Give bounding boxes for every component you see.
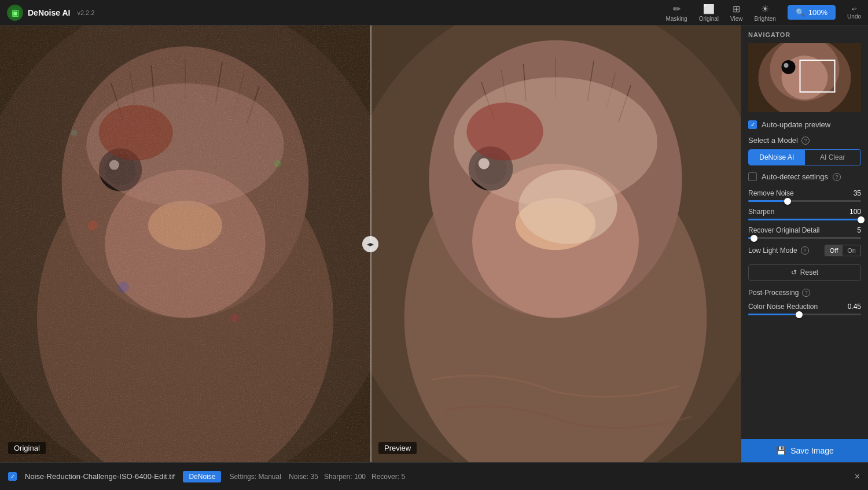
nav-thumb-svg [748, 43, 861, 112]
sharpen-slider-group: Sharpen 100 [748, 208, 861, 220]
recover-detail-label: Recover Original Detail [748, 226, 819, 234]
masking-label: Masking [665, 16, 687, 22]
low-light-toggle: Off On [825, 245, 861, 256]
remove-noise-value: 35 [854, 189, 861, 197]
svg-point-19 [87, 220, 97, 230]
image-viewer[interactable]: Original ◂▸ [0, 25, 741, 462]
auto-detect-checkbox[interactable] [748, 172, 757, 181]
low-light-off-button[interactable]: Off [825, 245, 843, 256]
logo-icon: ▣ [7, 5, 23, 21]
post-processing-label-row: Post-Processing ? [748, 289, 861, 297]
low-light-row: Low Light Mode ? Off On [748, 245, 861, 256]
color-noise-value: 0.45 [848, 303, 861, 311]
color-noise-track [748, 314, 861, 315]
model-denoise-ai-button[interactable]: DeNoise AI [749, 150, 805, 165]
save-label: Save Image [790, 446, 834, 455]
parrot-preview-svg [370, 25, 741, 462]
low-light-label: Low Light Mode ? [748, 246, 809, 255]
app-logo: ▣ DeNoise AI v2.2.2 [7, 5, 94, 21]
svg-point-20 [274, 160, 282, 167]
reset-label: Reset [800, 268, 818, 277]
preview-label: Preview [378, 442, 417, 454]
toolbar-tools: ✏ Masking ⬜ Original ⊞ View ☀ Brighten [665, 3, 775, 22]
svg-point-41 [466, 102, 543, 160]
model-ai-clear-button[interactable]: AI Clear [805, 150, 861, 165]
parrot-original-svg [0, 25, 370, 462]
remove-noise-thumb[interactable] [784, 198, 791, 205]
noise-label: Noise: [289, 473, 308, 481]
remove-noise-label-row: Remove Noise 35 [748, 189, 861, 197]
denoise-tag[interactable]: DeNoise [183, 471, 221, 482]
tool-view[interactable]: ⊞ View [730, 3, 743, 22]
brighten-icon: ☀ [761, 3, 769, 14]
svg-point-48 [784, 63, 789, 68]
post-processing-label: Post-Processing [748, 289, 799, 297]
low-light-on-button[interactable]: On [843, 245, 860, 256]
auto-update-label: Auto-update preview [762, 120, 830, 129]
bottom-settings: Settings: Manual Noise: 35 Sharpen: 100 … [229, 473, 846, 481]
sharpen-bottom-val: 100 [354, 473, 366, 481]
model-help-icon[interactable]: ? [801, 137, 810, 145]
bottom-file-checkbox[interactable]: ✓ [8, 472, 17, 481]
brighten-label: Brighten [755, 16, 776, 22]
svg-point-21 [118, 282, 129, 293]
tool-original[interactable]: ⬜ Original [699, 3, 719, 22]
image-original: Original [0, 25, 370, 462]
masking-icon: ✏ [673, 3, 681, 14]
reset-button[interactable]: ↺ Reset [748, 264, 861, 281]
tool-masking[interactable]: ✏ Masking [665, 3, 687, 22]
undo-button[interactable]: ↩ Undo [847, 6, 861, 20]
remove-noise-slider-group: Remove Noise 35 [748, 189, 861, 202]
original-label: Original [8, 442, 46, 454]
auto-detect-row: Auto-detect settings ? [748, 172, 861, 181]
color-noise-thumb[interactable] [796, 311, 803, 318]
view-icon: ⊞ [733, 3, 740, 14]
auto-update-checkbox[interactable] [748, 120, 757, 129]
split-handle[interactable]: ◂▸ [362, 236, 378, 252]
tool-brighten[interactable]: ☀ Brighten [755, 3, 776, 22]
bottom-close-button[interactable]: × [855, 471, 860, 482]
zoom-icon: 🔍 [796, 8, 805, 17]
remove-noise-track [748, 200, 861, 202]
color-noise-slider-group: Color Noise Reduction 0.45 [748, 303, 861, 315]
auto-detect-label: Auto-detect settings [762, 172, 828, 181]
original-label: Original [699, 16, 719, 22]
bottom-filename: Noise-Reduction-Challenge-ISO-6400-Edit.… [25, 472, 175, 481]
settings-prefix: Settings: [229, 473, 256, 481]
zoom-value: 100% [808, 8, 827, 17]
navigator-title: NAVIGATOR [748, 31, 861, 38]
color-noise-fill [748, 314, 799, 315]
color-noise-label-row: Color Noise Reduction 0.45 [748, 303, 861, 311]
low-light-label-text: Low Light Mode [748, 246, 797, 255]
auto-detect-help-icon[interactable]: ? [833, 173, 841, 181]
remove-noise-label: Remove Noise [748, 189, 794, 197]
sharpen-fill [748, 219, 861, 220]
noise-val: 35 [311, 473, 318, 481]
zoom-button[interactable]: 🔍 100% [788, 5, 836, 20]
image-split: Original ◂▸ [0, 25, 741, 462]
recover-detail-slider-group: Recover Original Detail 5 [748, 226, 861, 239]
color-noise-label: Color Noise Reduction [748, 303, 818, 311]
app-name: DeNoise AI [28, 8, 70, 17]
post-processing-help-icon[interactable]: ? [802, 289, 810, 297]
low-light-help-icon[interactable]: ? [801, 246, 809, 255]
recover-detail-thumb[interactable] [751, 235, 757, 242]
undo-icon: ↩ [852, 6, 856, 12]
sharpen-label: Sharpen [748, 208, 774, 216]
svg-rect-18 [0, 25, 370, 462]
recover-detail-value: 5 [857, 226, 861, 234]
navigator-thumbnail[interactable] [748, 43, 861, 112]
app-version: v2.2.2 [77, 9, 94, 16]
controls-section: Auto-update preview Select a Model ? DeN… [741, 116, 868, 439]
sharpen-bottom-label: Sharpen: [324, 473, 352, 481]
save-image-button[interactable]: 💾 Save Image [741, 439, 868, 462]
sharpen-value: 100 [849, 208, 861, 216]
auto-update-row: Auto-update preview [748, 120, 861, 129]
svg-point-42 [518, 170, 617, 244]
sharpen-label-row: Sharpen 100 [748, 208, 861, 216]
model-buttons: DeNoise AI AI Clear [748, 149, 861, 165]
recover-detail-track [748, 237, 861, 239]
model-label-text: Select a Model [748, 136, 798, 145]
recover-detail-label-row: Recover Original Detail 5 [748, 226, 861, 234]
sharpen-thumb[interactable] [858, 216, 865, 223]
